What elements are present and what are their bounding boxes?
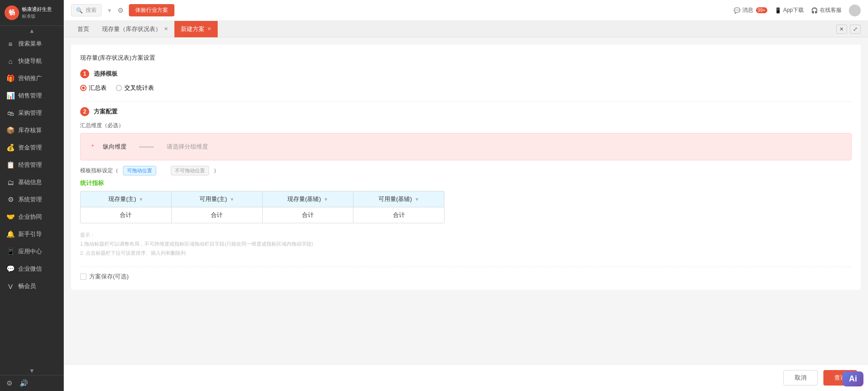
sidebar-item-system[interactable]: ⚙ 系统管理: [0, 191, 64, 208]
sidebar-scroll-up[interactable]: ▲: [0, 26, 64, 35]
indicator-separator: [161, 167, 166, 175]
sidebar-item-app-center[interactable]: 📱 应用中心: [0, 243, 64, 260]
ai-badge[interactable]: Ai: [842, 371, 863, 386]
stats-label: 统计指标: [80, 179, 852, 187]
tab-new-plan[interactable]: 新建方案 ✕: [174, 21, 218, 37]
stats-col-2-header[interactable]: 可用量(主) ▼: [172, 191, 263, 207]
required-mark: *: [92, 144, 94, 150]
settings-icon[interactable]: ⚙: [6, 379, 12, 387]
tab-inventory-close-icon[interactable]: ✕: [164, 26, 168, 32]
sidebar-item-label: 基础信息: [18, 178, 42, 186]
tips-title: 提示：: [80, 231, 852, 240]
dropdown-icon[interactable]: ▼: [107, 8, 112, 13]
tip-1-text: 1.拖动标题栏可以调整布局，不可跨维度或指标区域拖动栏目字段(只能在同一维度或指…: [80, 240, 313, 249]
tab-expand-btn[interactable]: ⤢: [850, 25, 861, 34]
logo-sub: 标准版: [22, 13, 52, 20]
sidebar-item-label: 销售管理: [18, 92, 42, 100]
system-icon: ⚙: [6, 196, 15, 204]
message-badge: 99+: [756, 7, 767, 13]
stats-col-3-header[interactable]: 现存量(基辅) ▼: [263, 191, 354, 207]
stats-col-2-value: 合计: [172, 207, 263, 223]
radio-summary[interactable]: 汇总表: [80, 84, 107, 92]
indicator-draggable: 可拖动位置: [123, 166, 156, 175]
radio-cross-dot: [116, 85, 122, 91]
online-service-label: 在线客服: [820, 6, 842, 14]
sidebar-item-finance[interactable]: 💰 资金管理: [0, 139, 64, 156]
template-indicators: 模板指标设定（ 可拖动位置 不可拖动位置 ）: [80, 166, 852, 175]
marketing-icon: 🎁: [6, 74, 15, 82]
tab-close-btn[interactable]: ✕: [836, 25, 847, 34]
dimension-label: 汇总维度（必选）: [80, 122, 852, 129]
experience-button[interactable]: 体验行业方案: [129, 4, 174, 16]
sidebar-item-sales[interactable]: 📊 销售管理: [0, 87, 64, 104]
cancel-button[interactable]: 取消: [783, 370, 818, 386]
sidebar-logo: 畅 畅康通好生意 标准版: [0, 0, 64, 26]
sidebar-item-label: 资金管理: [18, 144, 42, 152]
sidebar-item-search-menu[interactable]: ≡ 搜索菜单: [0, 35, 64, 52]
tab-inventory-label: 现存量（库存状况表）: [102, 25, 161, 33]
sidebar-item-newbie[interactable]: 🔔 新手引导: [0, 226, 64, 243]
stats-col-2-label: 可用量(主): [199, 195, 227, 203]
sidebar-item-label: 经营管理: [18, 161, 42, 169]
sidebar-item-quick-nav[interactable]: ⌂ 快捷导航: [0, 52, 64, 70]
tab-home[interactable]: 首页: [71, 21, 96, 37]
indicator-label: 模板指标设定（: [80, 167, 118, 175]
sidebar-item-operation[interactable]: 📋 经营管理: [0, 156, 64, 174]
page-title: 现存量(库存状况表)方案设置: [80, 54, 852, 62]
gear-icon[interactable]: ⚙: [117, 6, 123, 15]
tab-new-plan-close-icon[interactable]: ✕: [207, 26, 211, 32]
sidebar-item-inventory[interactable]: 📦 库存核算: [0, 122, 64, 139]
stats-col-4-header[interactable]: 可用量(基辅) ▼: [353, 191, 444, 207]
finance-icon: 💰: [6, 144, 15, 152]
main-panel: 现存量(库存状况表)方案设置 1 选择模板 汇总表 交叉统计表: [71, 45, 861, 290]
sidebar: 畅 畅康通好生意 标准版 ▲ ≡ 搜索菜单 ⌂ 快捷导航 🎁 营销推广 📊 销售…: [0, 0, 64, 391]
stats-col-1-chevron-icon[interactable]: ▼: [139, 197, 143, 202]
tips-section: 提示： 1.拖动标题栏可以调整布局，不可跨维度或指标区域拖动栏目字段(只能在同一…: [80, 231, 852, 257]
stats-col-2-chevron-icon[interactable]: ▼: [230, 197, 235, 202]
sidebar-scroll-down[interactable]: ▼: [0, 366, 64, 375]
sidebar-item-label: 快捷导航: [18, 57, 42, 65]
stats-table-wrapper: 统计指标 现存量(主) ▼ 可用量(主) ▼: [80, 179, 852, 223]
sidebar-item-purchase[interactable]: 🛍 采购管理: [0, 104, 64, 122]
stats-col-3-chevron-icon[interactable]: ▼: [324, 197, 328, 202]
topbar-left: 🔍 搜索 ▼ ⚙ 体验行业方案: [71, 4, 174, 16]
footer: 取消 查询: [64, 364, 868, 391]
dimension-field-label: 纵向维度: [103, 143, 127, 151]
user-avatar[interactable]: [849, 5, 861, 16]
save-checkbox[interactable]: 方案保存(可选): [80, 273, 852, 281]
sidebar-bottom: ⚙ 🔊: [0, 375, 64, 391]
tab-bar: 首页 现存量（库存状况表） ✕ 新建方案 ✕ ✕ ⤢: [64, 21, 868, 37]
basic-icon: 🗂: [6, 178, 15, 186]
dimension-placeholder[interactable]: 请选择分组维度: [167, 143, 208, 151]
step2-section: 2 方案配置 汇总维度（必选） * 纵向维度 —— 请选择分组维度 模板指标设定…: [80, 107, 852, 257]
search-icon: 🔍: [76, 7, 83, 14]
sound-icon[interactable]: 🔊: [20, 379, 28, 387]
dimension-arrow: ——: [139, 143, 154, 151]
message-item[interactable]: 💬 消息 99+: [734, 6, 767, 14]
tip-2: 2. 点击标题栏下拉可设置排序、插入列和删除列: [80, 249, 852, 258]
online-service-item[interactable]: 🎧 在线客服: [811, 6, 842, 14]
sidebar-item-marketing[interactable]: 🎁 营销推广: [0, 70, 64, 87]
stats-col-3-label: 现存量(基辅): [287, 195, 321, 203]
sidebar-item-basic[interactable]: 🗂 基础信息: [0, 174, 64, 191]
tab-inventory-status[interactable]: 现存量（库存状况表） ✕: [96, 21, 174, 37]
purchase-icon: 🛍: [6, 109, 15, 117]
sidebar-item-label: 营销推广: [18, 74, 42, 82]
sidebar-item-company[interactable]: 🤝 企业协同: [0, 208, 64, 226]
sidebar-item-label: 库存核算: [18, 126, 42, 134]
save-checkbox-box[interactable]: [80, 273, 87, 280]
search-placeholder: 搜索: [86, 6, 97, 14]
search-box[interactable]: 🔍 搜索: [71, 4, 102, 16]
radio-cross[interactable]: 交叉统计表: [116, 84, 154, 92]
stats-col-1-header[interactable]: 现存量(主) ▼: [81, 191, 172, 207]
sidebar-item-wechat[interactable]: 💬 企业微信: [0, 260, 64, 278]
step2-title: 方案配置: [94, 108, 117, 116]
tab-home-label: 首页: [77, 25, 89, 33]
app-download-item[interactable]: 📱 App下载: [775, 6, 804, 14]
step1-section: 1 选择模板 汇总表 交叉统计表: [80, 69, 852, 92]
stats-col-4-chevron-icon[interactable]: ▼: [415, 197, 419, 202]
sidebar-item-label: 企业协同: [18, 213, 42, 221]
main-area: 🔍 搜索 ▼ ⚙ 体验行业方案 💬 消息 99+ 📱 App下载 🎧 在线客服: [64, 0, 868, 391]
sidebar-item-vip[interactable]: V 畅会员: [0, 278, 64, 295]
dimension-box[interactable]: * 纵向维度 —— 请选择分组维度: [80, 133, 852, 160]
